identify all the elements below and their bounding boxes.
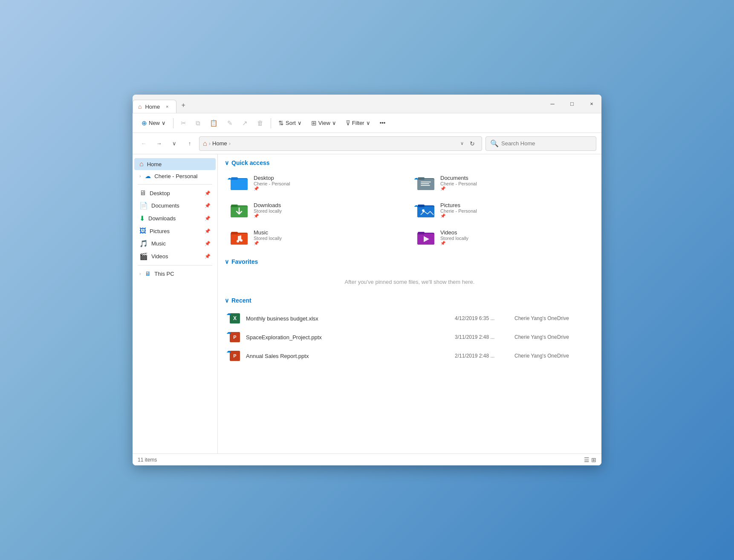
delete-button[interactable]: 🗑 (253, 117, 267, 129)
sidebar-item-thispc[interactable]: › 🖥 This PC (134, 268, 216, 279)
cloud-badge-1: ☁ (226, 329, 231, 335)
sidebar-item-onedrive[interactable]: › ☁ Cherie - Personal (134, 170, 216, 182)
sidebar-item-home[interactable]: ⌂ Home (134, 158, 216, 170)
sidebar-item-downloads[interactable]: ⬇ Downloads 📌 (134, 212, 216, 225)
tab-close-button[interactable]: × (163, 103, 171, 110)
svg-rect-8 (421, 185, 430, 186)
videos-folder-icon (416, 229, 436, 246)
more-button[interactable]: ••• (376, 117, 390, 129)
music-pin-icon: 📌 (205, 241, 211, 246)
new-tab-button[interactable]: + (176, 98, 190, 112)
desktop-folder-sub: Cherie - Personal (254, 181, 404, 186)
refresh-button[interactable]: ↻ (466, 138, 478, 150)
grid-view-button[interactable]: ⊞ (591, 456, 596, 463)
folder-card-downloads[interactable]: Downloads Stored locally 📌 (225, 199, 408, 222)
paste-icon: 📋 (210, 119, 218, 127)
sidebar-item-documents[interactable]: 📄 Documents 📌 (134, 199, 216, 212)
rename-button[interactable]: ✎ (223, 117, 237, 130)
folder-card-pictures[interactable]: ☁ Pictures Cherie - Personal 📌 (411, 199, 595, 222)
recent-icon-2: ☁ P (228, 349, 242, 363)
sidebar-item-videos[interactable]: 🎬 Videos 📌 (134, 250, 216, 263)
address-chevron[interactable]: ∨ (460, 141, 464, 146)
home-address-icon: ⌂ (203, 140, 207, 147)
address-bar: ← → ∨ ↑ ⌂ › Home › ∨ ↻ 🔍 (133, 133, 601, 154)
search-box[interactable]: 🔍 (485, 136, 596, 151)
recent-location-2: Cherie Yang's OneDrive (514, 353, 591, 359)
svg-text:P: P (233, 353, 236, 358)
recent-locations-button[interactable]: ∨ (168, 138, 180, 150)
videos-folder-name: Videos (440, 229, 590, 236)
quick-access-chevron-icon: ∨ (225, 159, 229, 166)
recent-name-0: Monthly business budget.xlsx (246, 315, 451, 322)
docs-folder-name: Documents (440, 175, 590, 181)
filter-button[interactable]: ⊽ Filter ∨ (342, 117, 374, 130)
items-count: 11 items (138, 457, 157, 463)
minimize-button[interactable]: ─ (543, 95, 562, 113)
downloads-folder-info: Downloads Stored locally 📌 (254, 202, 404, 218)
docs-sidebar-icon: 📄 (139, 202, 148, 210)
folder-card-documents[interactable]: ☁ Documents Cherie - Personal (411, 171, 595, 195)
desktop-pin-icon: 📌 (205, 191, 211, 196)
svg-rect-7 (421, 183, 429, 184)
view-chevron-icon: ∨ (332, 120, 336, 126)
cloud-sidebar-icon: ☁ (145, 173, 151, 179)
view-button[interactable]: ⊞ View ∨ (307, 117, 340, 130)
music-folder-pin: 📌 (254, 241, 404, 245)
new-button[interactable]: ⊕ New ∨ (138, 117, 170, 130)
music-sidebar-icon: 🎵 (139, 240, 148, 248)
music-folder-name: Music (254, 229, 404, 236)
dl-sidebar-icon: ⬇ (139, 214, 145, 222)
downloads-folder-pin: 📌 (254, 214, 404, 218)
share-button[interactable]: ↗ (238, 117, 251, 130)
home-tab[interactable]: ⌂ Home × (133, 100, 176, 113)
videos-folder-pin: 📌 (440, 241, 590, 245)
refresh-icon: ↻ (470, 140, 475, 147)
paste-button[interactable]: 📋 (206, 117, 222, 130)
sidebar-music-label: Music (151, 240, 166, 247)
folder-card-desktop[interactable]: ☁ Desktop Cherie - Personal 📌 (225, 171, 408, 195)
toolbar-separator-1 (173, 118, 173, 128)
desktop-folder-icon: ☁ (229, 175, 249, 192)
thispc-expand-icon: › (139, 271, 141, 276)
quick-access-header[interactable]: ∨ Quick access (225, 159, 595, 166)
back-button[interactable]: ← (138, 138, 150, 150)
desktop-sidebar-icon: 🖥 (139, 189, 146, 197)
sidebar-docs-label: Documents (151, 202, 179, 209)
sidebar-dl-label: Downloads (148, 215, 176, 222)
forward-button[interactable]: → (153, 138, 165, 150)
close-button[interactable]: × (582, 95, 601, 113)
thispc-sidebar-icon: 🖥 (145, 270, 151, 277)
sort-label: Sort (286, 120, 296, 126)
sidebar-separator-1 (138, 184, 212, 185)
sidebar-item-desktop[interactable]: 🖥 Desktop 📌 (134, 187, 216, 199)
sidebar-item-pictures[interactable]: 🖼 Pictures 📌 (134, 225, 216, 237)
recent-chevron-icon: ∨ (225, 297, 229, 304)
recent-date-0: 4/12/2019 6:35 ... (455, 315, 510, 321)
cut-button[interactable]: ✂ (177, 117, 190, 130)
recent-item-1[interactable]: ☁ P SpaceExploration_Project.pptx 3/11/2… (225, 328, 595, 346)
sidebar-thispc-label: This PC (154, 271, 174, 277)
cloud-badge-0: ☁ (226, 311, 231, 316)
recent-header[interactable]: ∨ Recent (225, 297, 595, 304)
copy-button[interactable]: ⧉ (192, 117, 204, 130)
new-label: New (149, 120, 160, 126)
address-input[interactable]: ⌂ › Home › ∨ ↻ (199, 136, 482, 151)
list-view-button[interactable]: ☰ (584, 456, 590, 463)
up-button[interactable]: ↑ (184, 138, 196, 150)
recent-item-0[interactable]: ☁ X Monthly business budget.xlsx 4/12/20… (225, 309, 595, 328)
svg-rect-1 (231, 179, 248, 190)
pics-folder-sub: Cherie - Personal (440, 208, 590, 214)
maximize-button[interactable]: □ (562, 95, 582, 113)
recent-item-2[interactable]: ☁ P Annual Sales Report.pptx 2/11/2019 2… (225, 346, 595, 365)
favorites-header[interactable]: ∨ Favorites (225, 258, 595, 265)
search-input[interactable] (501, 140, 592, 147)
more-icon: ••• (380, 120, 386, 126)
address-path: ⌂ › Home › (203, 140, 458, 147)
recent-name-1: SpaceExploration_Project.pptx (246, 334, 451, 341)
folder-card-videos[interactable]: Videos Stored locally 📌 (411, 226, 595, 250)
sort-button[interactable]: ⇅ Sort ∨ (275, 117, 306, 130)
sidebar-item-music[interactable]: 🎵 Music 📌 (134, 237, 216, 250)
folder-card-music[interactable]: Music Stored locally 📌 (225, 226, 408, 250)
docs-folder-sub: Cherie - Personal (440, 181, 590, 186)
delete-icon: 🗑 (257, 119, 263, 127)
